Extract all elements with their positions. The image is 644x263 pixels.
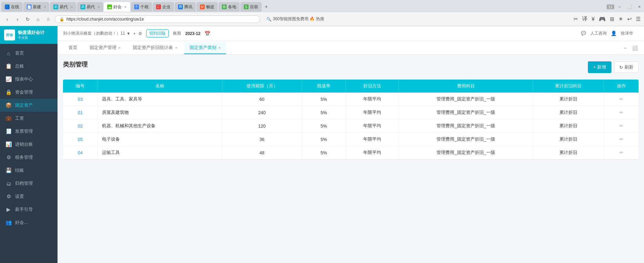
cell-method-0: 年限平均 xyxy=(346,93,399,106)
tab-icon-online: 🔵 xyxy=(5,4,10,9)
browser-tab-yidai2[interactable]: 易 易代 × xyxy=(77,2,103,12)
tab-close-yidai2[interactable]: × xyxy=(98,5,100,9)
page-tab-category[interactable]: 固定资产类别 × xyxy=(184,42,226,54)
sidebar-item-payroll[interactable]: 💼 工资 xyxy=(0,112,58,125)
maximize-icon[interactable]: ⬜ xyxy=(625,4,634,9)
edit-btn-3[interactable]: ✏ xyxy=(619,136,623,142)
forward-button[interactable]: › xyxy=(14,15,21,23)
sidebar-item-fixed[interactable]: 📦 固定资产 xyxy=(0,99,58,112)
back-button[interactable]: ‹ xyxy=(3,15,11,23)
settings-gear-icon[interactable]: ⚙ xyxy=(138,31,142,36)
grid-icon[interactable]: ⊞ xyxy=(610,16,614,22)
tab-close-new[interactable]: × xyxy=(44,5,46,9)
page-minimize-btn[interactable]: − xyxy=(621,44,629,52)
sidebar-item-checkout[interactable]: 💾 结账 xyxy=(0,164,58,177)
browser-tab-gedi[interactable]: 各 各地 xyxy=(218,2,240,12)
tab-label-yidai1: 易代 xyxy=(60,4,68,10)
main-content: 首页 固定资产管理 × 固定资产折旧统计表 × 固定资产类别 × − ⬜ xyxy=(58,41,644,263)
partner-nav-icon: 👥 xyxy=(5,219,12,226)
browser-tab-changtui[interactable]: M 畅提 xyxy=(197,2,218,12)
sidebar-item-invoice[interactable]: 🧾 发票管理 xyxy=(0,125,58,138)
favorite-button[interactable]: ☆ xyxy=(45,15,52,23)
browser-tab-tencent[interactable]: 腾 腾讯 xyxy=(175,2,196,12)
switch-version-btn[interactable]: 切到旧版 xyxy=(146,29,169,37)
sidebar-item-purchase[interactable]: 📊 进销台账 xyxy=(0,138,58,151)
calendar-icon[interactable]: 📅 xyxy=(204,31,210,36)
undo-icon[interactable]: ↩ xyxy=(627,16,632,22)
brightness-icon[interactable]: ☀ xyxy=(618,16,623,22)
reload-button[interactable]: ↻ xyxy=(24,15,31,23)
edit-btn-4[interactable]: ✏ xyxy=(619,150,623,155)
col-header-months: 使用期限（月） xyxy=(222,80,302,93)
sidebar-item-settings[interactable]: ⚙ 设置 xyxy=(0,190,58,203)
sidebar-item-ledger[interactable]: 📋 总账 xyxy=(0,60,58,73)
currency-icon[interactable]: ¥ xyxy=(592,16,595,22)
sidebar-item-guide[interactable]: ▶ 新手引导 xyxy=(0,203,58,216)
table-row: 01 房屋及建筑物 240 5% 年限平均 管理费用_固定资产折旧_一级 累计折… xyxy=(63,106,639,119)
page-tab-fixed-mgmt-label: 固定资产管理 xyxy=(90,45,116,51)
refresh-btn[interactable]: ↻ 刷新 xyxy=(614,61,639,73)
tab-add-btn[interactable]: + xyxy=(262,3,270,11)
close-category-tab[interactable]: × xyxy=(218,46,220,50)
sidebar-item-home[interactable]: ⌂ 首页 xyxy=(0,47,58,60)
consult-icon: 💬 xyxy=(581,31,586,36)
edit-btn-2[interactable]: ✏ xyxy=(619,123,623,129)
tab-icon-gedi: 各 xyxy=(222,4,227,9)
cell-expense-1: 管理费用_固定资产折旧_一级 xyxy=(399,106,533,119)
tab-icon-yidai2: 易 xyxy=(80,4,85,9)
user-info: 刘小艳演示账套（勿删勿动！）11 ▼ + ⚙ xyxy=(63,31,142,36)
browser-tab-enterprise[interactable]: C 企业 xyxy=(153,2,174,12)
cell-code-0[interactable]: 03 xyxy=(63,93,98,106)
game-icon[interactable]: 🎮 xyxy=(599,16,606,22)
cell-name-1: 房屋及建筑物 xyxy=(98,106,222,119)
browser-controls: 11 − ⬜ × xyxy=(607,4,643,9)
address-input[interactable]: 🔒 https://cloud.chanjet.com/accounting/u… xyxy=(55,15,260,23)
home-button[interactable]: ⌂ xyxy=(34,15,42,23)
close-depreciation-tab[interactable]: × xyxy=(175,46,177,50)
page-tab-depreciation[interactable]: 固定资产折旧统计表 × xyxy=(127,42,182,54)
menu-icon[interactable]: ☰ xyxy=(636,16,641,22)
browser-tab-haohui[interactable]: ☁ 好会 × xyxy=(104,2,130,12)
dropdown-arrow-icon[interactable]: ▼ xyxy=(126,31,130,36)
browser-tab-tax[interactable]: 个 个税 xyxy=(131,2,152,12)
page-tab-home[interactable]: 首页 xyxy=(63,42,83,54)
cell-action-0: ✏ xyxy=(604,93,639,106)
sidebar-item-tax[interactable]: ⚙ 税务管理 xyxy=(0,151,58,164)
page-maximize-btn[interactable]: ⬜ xyxy=(631,44,639,52)
edit-btn-0[interactable]: ✏ xyxy=(619,96,623,102)
sidebar-item-archive[interactable]: 🗂 归档管理 xyxy=(0,177,58,190)
cell-code-2[interactable]: 02 xyxy=(63,119,98,133)
sidebar-item-report[interactable]: 📈 报表中心 xyxy=(0,73,58,86)
tab-close-haohui[interactable]: × xyxy=(124,5,126,9)
sidebar: 好会 畅捷通好会计 专业版 ⌂ 首页 📋 总账 📈 报表中心 🔒 资金管理 xyxy=(0,26,58,263)
minimize-icon[interactable]: − xyxy=(616,4,623,9)
browser-tab-muqian[interactable]: S 目前 xyxy=(240,2,262,12)
cell-code-3[interactable]: 05 xyxy=(63,133,98,146)
cell-code-1[interactable]: 01 xyxy=(63,106,98,119)
cell-action-2: ✏ xyxy=(604,119,639,133)
tab-close-yidai1[interactable]: × xyxy=(71,5,73,9)
browser-tab-yidai1[interactable]: 易 易代 × xyxy=(50,2,76,12)
sidebar-item-capital[interactable]: 🔒 资金管理 xyxy=(0,86,58,99)
page-tab-fixed-mgmt[interactable]: 固定资产管理 × xyxy=(84,42,126,54)
translate-icon[interactable]: 译 xyxy=(582,15,588,23)
tab-label-online: 在线 xyxy=(11,4,19,10)
browser-tab-online[interactable]: 🔵 在线 xyxy=(1,2,23,12)
right-panel: 刘小艳演示账套（勿删勿动！）11 ▼ + ⚙ 切到旧版 账期 2023-12 📅… xyxy=(58,26,644,263)
sidebar-label-ledger: 总账 xyxy=(15,63,24,69)
ledger-nav-icon: 📋 xyxy=(5,63,12,69)
cell-accumulated-4: 累计折旧 xyxy=(533,146,604,159)
cut-icon[interactable]: ✂ xyxy=(573,16,578,22)
payroll-nav-icon: 💼 xyxy=(5,115,12,121)
new-btn[interactable]: + 新增 xyxy=(588,61,611,73)
browser-tab-new[interactable]: 📄 新建 × xyxy=(23,2,49,12)
cell-code-4[interactable]: 04 xyxy=(63,146,98,159)
sidebar-item-partner[interactable]: 👥 好会... xyxy=(0,216,58,229)
consult-label[interactable]: 人工咨询 xyxy=(590,31,607,36)
close-icon[interactable]: × xyxy=(636,4,643,9)
close-fixed-mgmt-tab[interactable]: × xyxy=(118,46,121,50)
col-header-action: 操作 xyxy=(604,80,639,93)
logo-icon: 好会 xyxy=(4,29,15,40)
edit-btn-1[interactable]: ✏ xyxy=(619,110,623,115)
add-account-icon[interactable]: + xyxy=(133,31,136,36)
